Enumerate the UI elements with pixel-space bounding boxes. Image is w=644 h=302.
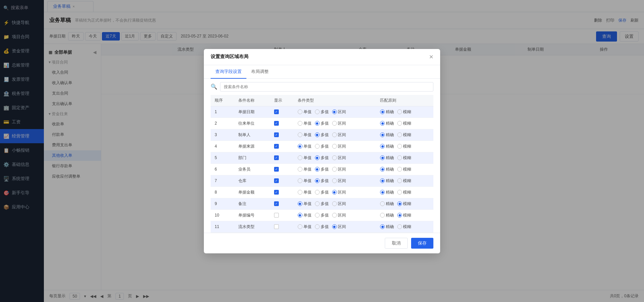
row-order: 2 bbox=[211, 118, 234, 129]
show-checkbox[interactable] bbox=[274, 121, 279, 126]
modal-overlay: 设置查询区域布局 ✕ 查询字段设置 布局调整 🔍 顺序条件名称显示条件类型匹配原… bbox=[0, 0, 644, 302]
row-order: 10 bbox=[211, 209, 234, 221]
show-checkbox[interactable] bbox=[274, 167, 279, 172]
show-checkbox[interactable] bbox=[274, 178, 279, 183]
tab-query-fields[interactable]: 查询字段设置 bbox=[211, 65, 246, 79]
radio-range[interactable]: 区间 bbox=[332, 121, 346, 126]
radio-multi[interactable]: 多值 bbox=[315, 201, 329, 207]
match-radio-fuzzy[interactable]: 模糊 bbox=[397, 121, 411, 126]
row-show[interactable] bbox=[270, 209, 294, 221]
show-checkbox[interactable] bbox=[274, 109, 279, 114]
row-show[interactable] bbox=[270, 106, 294, 118]
radio-single[interactable]: 单值 bbox=[298, 224, 312, 230]
match-radio-fuzzy[interactable]: 模糊 bbox=[397, 144, 411, 149]
match-radio-exact[interactable]: 精确 bbox=[380, 109, 394, 115]
match-radio-fuzzy[interactable]: 模糊 bbox=[397, 224, 411, 230]
row-show[interactable] bbox=[270, 163, 294, 175]
match-radio-fuzzy[interactable]: 模糊 bbox=[397, 178, 411, 184]
radio-range[interactable]: 区间 bbox=[332, 212, 346, 218]
show-checkbox[interactable] bbox=[274, 224, 279, 229]
match-radio-fuzzy[interactable]: 模糊 bbox=[397, 132, 411, 138]
radio-single[interactable]: 单值 bbox=[298, 144, 312, 149]
radio-multi[interactable]: 多值 bbox=[315, 155, 329, 161]
radio-multi[interactable]: 多值 bbox=[315, 190, 329, 195]
radio-range[interactable]: 区间 bbox=[332, 178, 346, 184]
radio-range[interactable]: 区间 bbox=[332, 144, 346, 149]
row-show[interactable] bbox=[270, 186, 294, 198]
show-checkbox[interactable] bbox=[274, 190, 279, 195]
modal-header: 设置查询区域布局 ✕ bbox=[204, 49, 440, 65]
show-checkbox[interactable] bbox=[274, 201, 279, 206]
row-order: 6 bbox=[211, 163, 234, 175]
match-radio-exact[interactable]: 精确 bbox=[380, 155, 394, 161]
radio-multi[interactable]: 多值 bbox=[315, 132, 329, 138]
match-radio-exact[interactable]: 精确 bbox=[380, 212, 394, 218]
match-radio-exact[interactable]: 精确 bbox=[380, 132, 394, 138]
match-radio-exact[interactable]: 精确 bbox=[380, 224, 394, 230]
match-radio-exact[interactable]: 精确 bbox=[380, 121, 394, 126]
show-checkbox[interactable] bbox=[274, 213, 279, 218]
modal-title: 设置查询区域布局 bbox=[211, 54, 248, 60]
radio-multi[interactable]: 多值 bbox=[315, 109, 329, 115]
row-order: 3 bbox=[211, 129, 234, 141]
row-show[interactable] bbox=[270, 118, 294, 129]
radio-single[interactable]: 单值 bbox=[298, 201, 312, 207]
radio-multi[interactable]: 多值 bbox=[315, 167, 329, 172]
radio-single[interactable]: 单值 bbox=[298, 167, 312, 172]
radio-single[interactable]: 单值 bbox=[298, 121, 312, 126]
row-show[interactable] bbox=[270, 141, 294, 152]
row-show[interactable] bbox=[270, 221, 294, 232]
row-order: 7 bbox=[211, 175, 234, 186]
modal-col-条件名称: 条件名称 bbox=[234, 95, 270, 106]
radio-multi[interactable]: 多值 bbox=[315, 121, 329, 126]
match-radio-exact[interactable]: 精确 bbox=[380, 201, 394, 207]
match-radio-exact[interactable]: 精确 bbox=[380, 190, 394, 195]
match-radio-fuzzy[interactable]: 模糊 bbox=[397, 190, 411, 195]
radio-range[interactable]: 区间 bbox=[332, 201, 346, 207]
show-checkbox[interactable] bbox=[274, 155, 279, 160]
radio-single[interactable]: 单值 bbox=[298, 155, 312, 161]
row-show[interactable] bbox=[270, 198, 294, 209]
radio-range[interactable]: 区间 bbox=[332, 224, 346, 230]
radio-single[interactable]: 单值 bbox=[298, 212, 312, 218]
modal-save-button[interactable]: 保存 bbox=[411, 238, 433, 249]
modal-col-顺序: 顺序 bbox=[211, 95, 234, 106]
match-radio-fuzzy[interactable]: 模糊 bbox=[397, 155, 411, 161]
row-name: 单据金额 bbox=[234, 186, 270, 198]
row-show[interactable] bbox=[270, 129, 294, 141]
row-match: 精确模糊 bbox=[376, 198, 433, 209]
cancel-button[interactable]: 取消 bbox=[385, 238, 408, 249]
row-name: 往来单位 bbox=[234, 118, 270, 129]
radio-range[interactable]: 区间 bbox=[332, 109, 346, 115]
row-order: 9 bbox=[211, 198, 234, 209]
modal-search-input[interactable] bbox=[220, 82, 433, 92]
radio-range[interactable]: 区间 bbox=[332, 167, 346, 172]
radio-multi[interactable]: 多值 bbox=[315, 224, 329, 230]
radio-multi[interactable]: 多值 bbox=[315, 178, 329, 184]
show-checkbox[interactable] bbox=[274, 144, 279, 149]
row-show[interactable] bbox=[270, 152, 294, 163]
radio-multi[interactable]: 多值 bbox=[315, 212, 329, 218]
radio-range[interactable]: 区间 bbox=[332, 190, 346, 195]
match-radio-fuzzy[interactable]: 模糊 bbox=[397, 109, 411, 115]
radio-multi[interactable]: 多值 bbox=[315, 144, 329, 149]
match-radio-fuzzy[interactable]: 模糊 bbox=[397, 201, 411, 207]
radio-single[interactable]: 单值 bbox=[298, 109, 312, 115]
row-show[interactable] bbox=[270, 175, 294, 186]
row-condition-type: 单值多值区间 bbox=[294, 152, 376, 163]
match-radio-exact[interactable]: 精确 bbox=[380, 178, 394, 184]
match-radio-exact[interactable]: 精确 bbox=[380, 167, 394, 172]
radio-single[interactable]: 单值 bbox=[298, 190, 312, 195]
radio-range[interactable]: 区间 bbox=[332, 132, 346, 138]
row-condition-type: 单值多值区间 bbox=[294, 198, 376, 209]
modal-col-条件类型: 条件类型 bbox=[294, 95, 376, 106]
radio-single[interactable]: 单值 bbox=[298, 132, 312, 138]
radio-range[interactable]: 区间 bbox=[332, 155, 346, 161]
radio-single[interactable]: 单值 bbox=[298, 178, 312, 184]
show-checkbox[interactable] bbox=[274, 132, 279, 137]
match-radio-fuzzy[interactable]: 模糊 bbox=[397, 167, 411, 172]
match-radio-exact[interactable]: 精确 bbox=[380, 144, 394, 149]
tab-layout[interactable]: 布局调整 bbox=[246, 65, 273, 79]
match-radio-fuzzy[interactable]: 模糊 bbox=[397, 212, 411, 218]
modal-close-button[interactable]: ✕ bbox=[429, 54, 433, 60]
